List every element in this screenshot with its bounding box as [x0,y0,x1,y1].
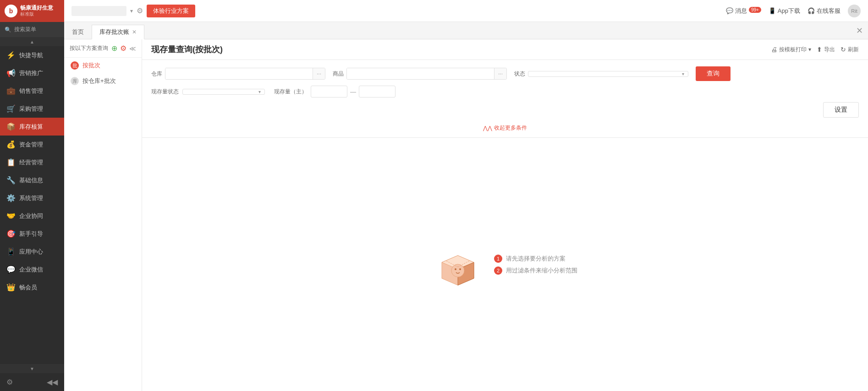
sidebar-item-corp-wechat[interactable]: 💬 企业微信 [0,261,64,278]
new-guide-icon: 🎯 [6,229,16,238]
export-icon: ⬆ [817,46,822,53]
empty-state: 1 请先选择要分析的方案 2 用过滤条件来缩小分析范围 [142,138,868,391]
ops-icon: 📋 [6,158,16,167]
qty-to-input[interactable] [359,86,396,98]
print-btn[interactable]: 🖨 按模板打印 ▾ [771,46,811,54]
status-select-wrap[interactable]: ▾ [528,71,688,77]
warehouse-input[interactable] [165,68,313,79]
online-service-btn[interactable]: 🎧 在线客服 [808,7,841,15]
basic-icon: 🔧 [6,176,16,185]
inventory-qty-label: 现存量（主） [274,88,307,96]
sidebar-item-label: 销售管理 [19,87,43,95]
collapse-more-btn[interactable]: ⋀⋀ 收起更多条件 [151,121,859,135]
tab-inventory-batch-close[interactable]: ✕ [132,29,137,35]
qty-dash: — [350,88,356,95]
settings-button[interactable]: 设置 [823,102,859,118]
sidebar-item-inventory[interactable]: 📦 库存核算 [0,118,64,136]
marketing-icon: 📢 [6,69,16,77]
empty-cube-svg [433,239,483,290]
topbar-left: ▾ ⚙ 体验行业方案 [71,5,721,17]
status-filter-group: 状态 ▾ [514,70,688,78]
empty-step-1: 1 请先选择要分析的方案 [494,255,577,263]
inventory-qty-group: 现存量（主） — [274,86,396,98]
svg-point-5 [459,268,461,270]
sidebar-item-system[interactable]: ⚙️ 系统管理 [0,189,64,207]
scheme-icon-warehouse-batch: 库 [71,77,79,85]
inventory-status-group: 现存量状态 ▾ [151,88,265,96]
filter-row-1: 仓库 ··· 商品 ··· [151,66,859,81]
collapse-up-icon: ⋀⋀ [483,125,492,131]
refresh-btn[interactable]: ↻ 刷新 [841,46,859,54]
app-logo: b [5,5,17,17]
main-area: ▾ ⚙ 体验行业方案 💬 消息 99+ 📱 App下载 🎧 在线客服 Rit [64,0,868,391]
left-panel-collapse-btn[interactable]: ≪ [129,45,136,52]
svg-point-4 [455,268,456,270]
sidebar-item-label: 新手引导 [19,230,43,238]
sidebar-item-member[interactable]: 👑 畅会员 [0,278,64,296]
tabbar: 首页 库存批次账 ✕ [64,22,868,39]
sidebar-scroll-down[interactable]: ▼ [0,364,64,373]
headset-icon: 🎧 [808,7,815,14]
sidebar-footer: ⚙ ◀◀ [0,373,64,391]
tab-inventory-batch[interactable]: 库存批次账 ✕ [92,25,144,39]
app-title: 畅康通好生意 [20,5,53,11]
product-dots-btn[interactable]: ··· [494,68,506,79]
inventory-status-text [187,89,258,94]
step1-text: 请先选择要分析的方案 [506,255,566,263]
sidebar-item-label: 系统管理 [19,194,43,202]
qty-from-input[interactable] [311,86,347,98]
warehouse-filter-group: 仓库 ··· [151,68,325,80]
left-panel-settings-btn[interactable]: ⚙ [120,44,126,53]
warehouse-dots-btn[interactable]: ··· [313,68,325,79]
message-icon: 💬 [726,7,733,14]
sidebar-scroll-up[interactable]: ▲ [0,37,64,46]
query-button[interactable]: 查询 [696,66,731,81]
tab-home-label: 首页 [72,28,84,36]
sidebar-item-new-guide[interactable]: 🎯 新手引导 [0,225,64,243]
sidebar-item-label: 应用中心 [19,248,43,256]
app-title-wrap: 畅康通好生意 标准版 [20,5,53,17]
settings-icon[interactable]: ⚙ [6,378,13,386]
sidebar-item-finance[interactable]: 💰 资金管理 [0,136,64,153]
app-version: 标准版 [20,11,53,17]
left-panel-add-btn[interactable]: ⊕ [111,44,117,53]
refresh-label: 刷新 [848,46,859,54]
panel-close-button[interactable]: ✕ [851,22,868,39]
sidebar-item-corp[interactable]: 🤝 企业协同 [0,207,64,225]
step2-num: 2 [494,266,502,275]
sales-icon: 💼 [6,87,16,95]
experience-btn[interactable]: 体验行业方案 [147,5,195,17]
sidebar-item-label: 经营管理 [19,158,43,167]
product-input[interactable] [347,68,494,79]
sidebar-item-purchase[interactable]: 🛒 采购管理 [0,100,64,118]
user-avatar[interactable]: Rit [848,5,861,17]
topbar-search-input[interactable] [71,6,126,16]
scheme-item-by-batch[interactable]: 批 按批次 [64,58,142,73]
warehouse-label: 仓库 [151,70,162,78]
product-label: 商品 [333,70,344,78]
tabbar-wrap: 首页 库存批次账 ✕ ✕ [64,22,868,39]
phone-icon: 📱 [769,7,776,14]
sidebar-item-basic[interactable]: 🔧 基础信息 [0,171,64,189]
sidebar-item-label: 基础信息 [19,176,43,185]
inventory-status-select[interactable]: ▾ [182,89,265,95]
export-btn[interactable]: ⬆ 导出 [817,46,835,54]
app-download-btn[interactable]: 📱 App下载 [769,7,800,15]
message-btn[interactable]: 💬 消息 99+ [726,7,761,15]
audio-icon[interactable]: ◀◀ [47,378,58,386]
status-label: 状态 [514,70,525,78]
sidebar-item-app-center[interactable]: 📱 应用中心 [0,243,64,261]
sidebar-item-sales[interactable]: 💼 销售管理 [0,82,64,100]
sidebar-item-quick-nav[interactable]: ⚡ 快捷导航 [0,46,64,64]
sidebar-item-marketing[interactable]: 📢 营销推广 [0,64,64,82]
sidebar-item-label: 快捷导航 [19,51,43,60]
sidebar-item-label: 采购管理 [19,105,43,113]
topbar-gear-icon[interactable]: ⚙ [137,6,143,15]
tab-home[interactable]: 首页 [64,25,92,39]
topbar-chevron-icon[interactable]: ▾ [130,8,133,14]
scheme-item-by-warehouse-batch[interactable]: 库 按仓库+批次 [64,73,142,89]
purchase-icon: 🛒 [6,104,16,113]
collapse-label: 收起更多条件 [494,124,527,132]
sidebar-search[interactable]: 🔍 搜索菜单 [0,22,64,37]
sidebar-item-ops[interactable]: 📋 经营管理 [0,153,64,171]
